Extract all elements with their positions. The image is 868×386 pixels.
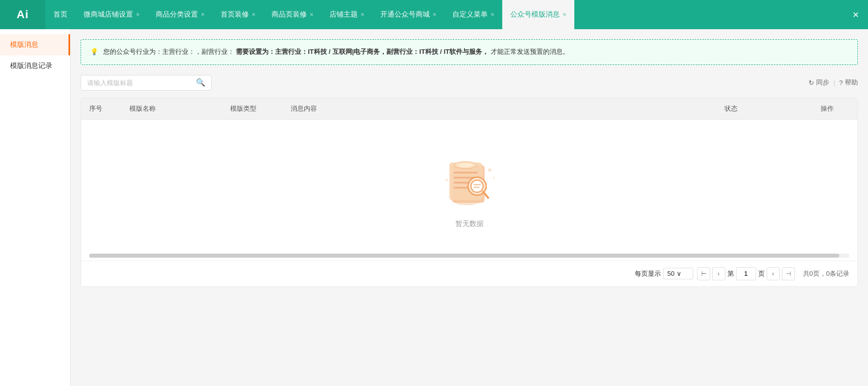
app-logo: Ai bbox=[0, 0, 45, 29]
nav-tab-store-theme[interactable]: 店铺主题 × bbox=[321, 0, 372, 29]
close-tab-store-theme[interactable]: × bbox=[361, 11, 364, 18]
scroll-thumb bbox=[89, 254, 839, 258]
empty-text: 暂无数据 bbox=[455, 219, 484, 228]
nav-tab-store-setting[interactable]: 微商城店铺设置 × bbox=[76, 0, 148, 29]
svg-point-13 bbox=[493, 177, 495, 179]
col-seq: 序号 bbox=[81, 98, 121, 119]
next-page-button[interactable]: › bbox=[767, 267, 780, 280]
page-unit: 页 bbox=[758, 269, 765, 278]
close-tab-store-setting[interactable]: × bbox=[136, 11, 140, 18]
close-tab-custom-menu[interactable]: × bbox=[491, 11, 494, 18]
notice-prefix: 您的公众号行业为：主营行业：，副营行业： bbox=[103, 48, 234, 55]
bulb-icon: 💡 bbox=[90, 48, 98, 55]
first-page-button[interactable]: ⊢ bbox=[697, 267, 710, 280]
pagination: 每页显示 50 ∨ ⊢ ‹ 第 页 › ⊣ 共0页，0条记录 bbox=[81, 261, 857, 286]
notice-banner: 💡 您的公众号行业为：主营行业：，副营行业： 需要设置为：主营行业：IT科技 /… bbox=[81, 39, 858, 65]
svg-point-8 bbox=[471, 180, 483, 192]
col-status: 状态 bbox=[716, 98, 797, 119]
empty-state: 暂无数据 bbox=[81, 120, 857, 249]
divider: | bbox=[833, 79, 835, 87]
nav-tab-custom-menu[interactable]: 自定义菜单 × bbox=[444, 0, 502, 29]
chevron-down-icon: ∨ bbox=[677, 270, 682, 277]
last-page-button[interactable]: ⊣ bbox=[782, 267, 795, 280]
search-icon[interactable]: 🔍 bbox=[196, 78, 206, 87]
nav-tab-product-decor[interactable]: 商品页装修 × bbox=[263, 0, 321, 29]
nav-tab-product-category[interactable]: 商品分类设置 × bbox=[148, 0, 213, 29]
close-tab-homepage-decor[interactable]: × bbox=[252, 11, 255, 18]
nav-tab-homepage-decor[interactable]: 首页装修 × bbox=[213, 0, 263, 29]
empty-illustration bbox=[439, 150, 500, 210]
search-input-wrap: 🔍 bbox=[81, 75, 212, 91]
scroll-bar[interactable] bbox=[81, 251, 857, 261]
table-header: 序号 模版名称 模版类型 消息内容 状态 操作 bbox=[81, 98, 857, 120]
sync-button[interactable]: ↻ 同步 bbox=[809, 78, 829, 87]
svg-point-16 bbox=[458, 163, 473, 167]
nav-tab-template-msg[interactable]: 公众号模版消息 × bbox=[502, 0, 574, 29]
help-label: 帮助 bbox=[845, 78, 858, 87]
sync-icon: ↻ bbox=[809, 79, 814, 87]
scroll-track bbox=[89, 254, 849, 258]
search-actions: ↻ 同步 | ? 帮助 bbox=[809, 78, 858, 87]
close-tab-product-decor[interactable]: × bbox=[310, 11, 313, 18]
prev-page-button[interactable]: ‹ bbox=[712, 267, 725, 280]
svg-point-14 bbox=[445, 179, 448, 181]
close-tab-product-category[interactable]: × bbox=[201, 11, 205, 18]
notice-highlight: 需要设置为：主营行业：IT科技 / 互联网|电子商务，副营行业：IT科技 / I… bbox=[236, 48, 489, 55]
close-tab-open-mall[interactable]: × bbox=[433, 11, 436, 18]
per-page-label: 每页显示 bbox=[635, 269, 661, 278]
search-input[interactable] bbox=[85, 75, 196, 90]
page-size-select: 每页显示 50 ∨ bbox=[635, 268, 693, 279]
data-table: 序号 模版名称 模版类型 消息内容 状态 操作 bbox=[81, 98, 858, 287]
sidebar: 模版消息模版消息记录 bbox=[0, 29, 71, 386]
col-action: 操作 bbox=[797, 98, 857, 119]
page-input[interactable] bbox=[736, 267, 756, 280]
sync-label: 同步 bbox=[816, 78, 829, 87]
nav-tabs: 首页微商城店铺设置 ×商品分类设置 ×首页装修 ×商品页装修 ×店铺主题 ×开通… bbox=[45, 0, 843, 29]
svg-point-12 bbox=[488, 169, 491, 172]
nav-tab-open-mall[interactable]: 开通公众号商城 × bbox=[372, 0, 444, 29]
content-area: 💡 您的公众号行业为：主营行业：，副营行业： 需要设置为：主营行业：IT科技 /… bbox=[71, 29, 868, 386]
page-size-dropdown[interactable]: 50 ∨ bbox=[663, 268, 693, 279]
top-nav: Ai 首页微商城店铺设置 ×商品分类设置 ×首页装修 ×商品页装修 ×店铺主题 … bbox=[0, 0, 868, 29]
sidebar-item-template-msg-record[interactable]: 模版消息记录 bbox=[0, 55, 70, 76]
close-tab-template-msg[interactable]: × bbox=[563, 11, 566, 18]
total-info: 共0页，0条记录 bbox=[803, 269, 849, 278]
sidebar-item-template-msg[interactable]: 模版消息 bbox=[0, 34, 70, 55]
logo-text: Ai bbox=[17, 8, 29, 21]
col-name: 模版名称 bbox=[121, 98, 222, 119]
page-nav: ⊢ ‹ 第 页 › ⊣ bbox=[697, 267, 795, 280]
help-button[interactable]: ? 帮助 bbox=[839, 78, 858, 87]
help-icon: ? bbox=[839, 79, 843, 87]
col-content: 消息内容 bbox=[283, 98, 716, 119]
page-size-value: 50 bbox=[667, 270, 675, 277]
close-all-button[interactable]: ✕ bbox=[843, 0, 868, 29]
main-layout: 模版消息模版消息记录 💡 您的公众号行业为：主营行业：，副营行业： 需要设置为：… bbox=[0, 29, 868, 386]
notice-suffix: 才能正常发送预置的消息。 bbox=[491, 48, 569, 55]
search-bar: 🔍 ↻ 同步 | ? 帮助 bbox=[81, 75, 858, 91]
nav-tab-home[interactable]: 首页 bbox=[45, 0, 76, 29]
col-type: 模版类型 bbox=[222, 98, 283, 119]
page-label: 第 bbox=[727, 269, 734, 278]
